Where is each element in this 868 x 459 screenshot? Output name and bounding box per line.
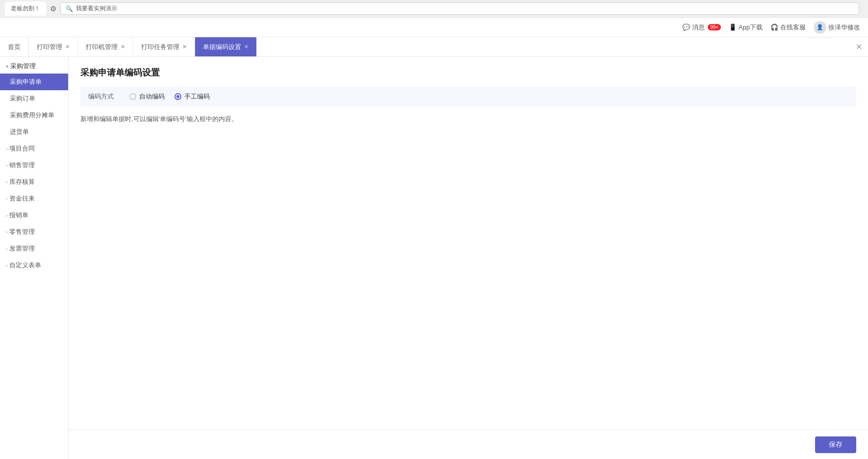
tab-print-manage-close[interactable]: ✕ (65, 44, 70, 50)
encoding-label: 编码方式 (88, 92, 118, 101)
tabs-close-all[interactable]: ✕ (850, 37, 868, 56)
chevron-right-icon-8: › (6, 263, 7, 268)
user-btn[interactable]: 👤 徐泽华修改 (814, 21, 860, 34)
bottom-bar: 保存 (69, 430, 868, 459)
tab-printer-manage[interactable]: 打印机管理 ✕ (78, 37, 133, 56)
encoding-section: 编码方式 自动编码 手工编码 (69, 86, 868, 107)
sidebar-item-sales-manage-label: 销售管理 (9, 161, 35, 170)
address-text: 我要看实例演示 (76, 4, 117, 13)
online-service-label: 在线客服 (780, 23, 806, 32)
chevron-right-icon-7: › (6, 246, 7, 252)
tab-home[interactable]: 首页 (0, 37, 29, 56)
sidebar-group-purchase-label: 采购管理 (10, 62, 36, 71)
address-bar[interactable]: 🔍 我要看实例演示 (60, 2, 859, 15)
sidebar-item-custom-form[interactable]: › 自定义表单 (0, 257, 68, 274)
tab-barcode-setting-label: 单据编码设置 (203, 43, 241, 51)
sidebar-item-sales-manage[interactable]: › 销售管理 (0, 157, 68, 174)
sidebar-item-project-contract[interactable]: › 项目合同 (0, 140, 68, 157)
radio-group-encoding: 自动编码 手工编码 (129, 92, 210, 101)
sidebar-item-inventory[interactable]: › 库存核算 (0, 174, 68, 190)
browser-bar: 老板勿割！ ⚙ 🔍 我要看实例演示 (0, 0, 868, 18)
browser-tab-title: 老板勿割！ (11, 4, 40, 13)
radio-manual-code[interactable]: 手工编码 (174, 92, 210, 101)
chevron-right-icon-3: › (6, 179, 7, 185)
message-btn[interactable]: 💬 消息 99+ (682, 23, 721, 32)
chevron-right-icon-2: › (6, 163, 7, 168)
sidebar-item-stock-in-label: 进货单 (10, 128, 29, 135)
sidebar-item-purchase-order[interactable]: 采购订单 (0, 90, 68, 107)
user-name: 徐泽华修改 (828, 23, 860, 32)
sidebar-item-invoice-label: 发票管理 (9, 244, 35, 253)
radio-manual-code-label: 手工编码 (184, 92, 210, 101)
header-right: 💬 消息 99+ 📱 App下载 🎧 在线客服 👤 徐泽华修改 (682, 21, 860, 34)
sidebar-item-invoice[interactable]: › 发票管理 (0, 240, 68, 257)
tab-print-task-label: 打印任务管理 (141, 43, 179, 51)
sidebar-group-purchase: ▾ 采购管理 采购申请单 采购订单 采购费用分摊单 进货单 (0, 57, 68, 140)
radio-manual-code-circle (174, 93, 181, 100)
radio-auto-code-circle (129, 93, 136, 100)
tab-print-task[interactable]: 打印任务管理 ✕ (133, 37, 195, 56)
sidebar-item-purchase-expense-label: 采购费用分摊单 (10, 111, 54, 119)
message-label: 消息 (692, 23, 705, 32)
tab-printer-manage-label: 打印机管理 (86, 43, 118, 51)
tab-printer-manage-close[interactable]: ✕ (121, 44, 125, 50)
main-layout: ▾ 采购管理 采购申请单 采购订单 采购费用分摊单 进货单 › 项目合同 › 销… (0, 57, 868, 459)
sidebar-group-purchase-title[interactable]: ▾ 采购管理 (0, 57, 68, 74)
hint-text: 新增和编辑单据时,可以编辑'单编码号'输入框中的内容。 (69, 107, 868, 131)
radio-auto-code[interactable]: 自动编码 (129, 92, 165, 101)
browser-tab[interactable]: 老板勿割！ (5, 1, 46, 16)
app-header: 💬 消息 99+ 📱 App下载 🎧 在线客服 👤 徐泽华修改 (0, 18, 868, 37)
sidebar: ▾ 采购管理 采购申请单 采购订单 采购费用分摊单 进货单 › 项目合同 › 销… (0, 57, 69, 459)
sidebar-item-retail[interactable]: › 零售管理 (0, 224, 68, 240)
chevron-right-icon-4: › (6, 196, 7, 202)
tab-print-task-close[interactable]: ✕ (182, 44, 187, 50)
sidebar-item-purchase-request-label: 采购申请单 (10, 78, 42, 85)
headset-icon: 🎧 (770, 24, 778, 31)
avatar: 👤 (814, 21, 826, 34)
tabs-bar: 首页 打印管理 ✕ 打印机管理 ✕ 打印任务管理 ✕ 单据编码设置 ✕ ✕ (0, 37, 868, 57)
online-service-btn[interactable]: 🎧 在线客服 (770, 23, 806, 32)
app-download-icon: 📱 (729, 24, 737, 31)
sidebar-item-inventory-label: 库存核算 (9, 178, 35, 186)
encoding-row: 编码方式 自动编码 手工编码 (80, 86, 856, 107)
tab-home-label: 首页 (8, 43, 21, 51)
chevron-right-icon: › (6, 146, 7, 152)
chevron-right-icon-5: › (6, 213, 7, 218)
sidebar-item-custom-form-label: 自定义表单 (9, 261, 41, 270)
sidebar-item-capital-label: 资金往来 (9, 194, 35, 203)
sidebar-item-returns-label: 报销单 (9, 211, 28, 220)
sidebar-item-stock-in[interactable]: 进货单 (0, 124, 68, 140)
message-icon: 💬 (682, 24, 690, 31)
sidebar-item-retail-label: 零售管理 (9, 228, 35, 236)
settings-icon[interactable]: ⚙ (50, 4, 56, 13)
tab-print-manage[interactable]: 打印管理 ✕ (29, 37, 78, 56)
tab-print-manage-label: 打印管理 (37, 43, 62, 51)
radio-auto-code-label: 自动编码 (139, 92, 165, 101)
sidebar-item-project-contract-label: 项目合同 (9, 144, 35, 153)
chevron-down-icon: ▾ (6, 64, 8, 69)
sidebar-item-purchase-expense[interactable]: 采购费用分摊单 (0, 107, 68, 124)
tab-barcode-setting-close[interactable]: ✕ (244, 44, 248, 50)
content-area: 采购申请单编码设置 编码方式 自动编码 手工编码 新增和编辑单据时,可以编辑'单… (69, 57, 868, 459)
chevron-right-icon-6: › (6, 230, 7, 235)
sidebar-item-purchase-request[interactable]: 采购申请单 (0, 74, 68, 90)
page-title: 采购申请单编码设置 (69, 57, 868, 86)
app-download-btn[interactable]: 📱 App下载 (729, 23, 763, 32)
sidebar-item-purchase-order-label: 采购订单 (10, 95, 35, 102)
message-badge: 99+ (708, 24, 721, 30)
sidebar-item-capital[interactable]: › 资金往来 (0, 190, 68, 207)
tab-barcode-setting[interactable]: 单据编码设置 ✕ (195, 37, 257, 56)
app-download-label: App下载 (739, 23, 763, 32)
save-button[interactable]: 保存 (815, 436, 856, 453)
sidebar-item-returns[interactable]: › 报销单 (0, 207, 68, 224)
